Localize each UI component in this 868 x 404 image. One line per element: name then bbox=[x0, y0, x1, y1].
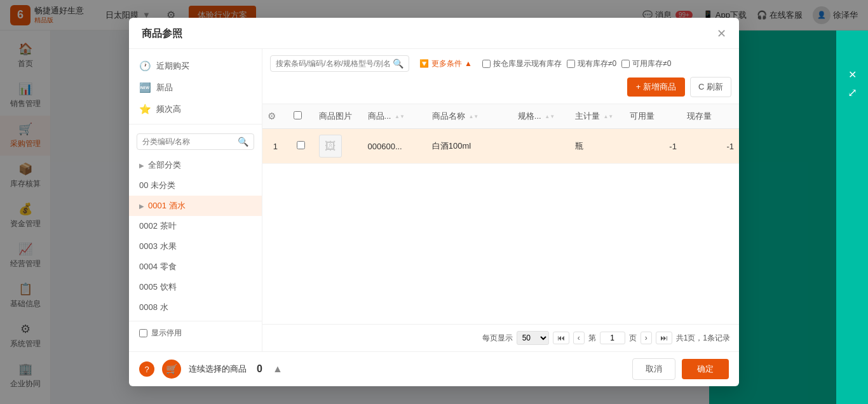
modal-close-btn[interactable]: ✕ bbox=[717, 27, 726, 41]
table-body: 1 🖼 000600... 白酒100ml bbox=[262, 129, 739, 164]
page-label: 第 bbox=[588, 333, 596, 344]
left-nav-frequent[interactable]: ⭐ 频次高 bbox=[129, 98, 262, 120]
category-0008-label: 0008 水 bbox=[139, 302, 168, 313]
row-spec bbox=[513, 129, 570, 164]
col-avail-header: 可用量 bbox=[625, 104, 682, 129]
recent-icon: 🕐 bbox=[139, 60, 151, 72]
per-page-select[interactable]: 50 10 20 100 bbox=[517, 331, 549, 345]
col-stock-label: 现存量 bbox=[687, 111, 712, 121]
category-search-box[interactable]: 🔍 bbox=[137, 133, 254, 150]
filter-stock-nonzero[interactable]: 现有库存≠0 bbox=[567, 58, 616, 69]
row-name: 白酒100ml bbox=[427, 129, 513, 164]
category-0001-label: 0001 酒水 bbox=[148, 200, 186, 212]
modal-left-panel: 🕐 近期购买 🆕 新品 ⭐ 频次高 🔍 bbox=[129, 49, 262, 351]
col-code-header[interactable]: 商品... ▲▼ bbox=[363, 104, 427, 129]
help-btn[interactable]: ? bbox=[139, 361, 154, 377]
prev-page-btn[interactable]: ‹ bbox=[573, 332, 585, 344]
page-input[interactable] bbox=[600, 332, 625, 344]
category-all-label: 全部分类 bbox=[148, 159, 181, 171]
name-sort-icon: ▲▼ bbox=[468, 114, 478, 119]
col-img-label: 商品图片 bbox=[319, 111, 352, 121]
close-right-panel-icon[interactable]: ✕ bbox=[848, 69, 857, 81]
category-item-0005[interactable]: 0005 饮料 bbox=[129, 277, 262, 297]
category-00-label: 00 未分类 bbox=[139, 180, 175, 191]
product-search-input[interactable] bbox=[276, 59, 390, 68]
category-item-all[interactable]: ▶ 全部分类 bbox=[129, 155, 262, 175]
total-records-label: 共1页，1条记录 bbox=[676, 333, 730, 344]
col-num-header: ⚙ bbox=[262, 104, 288, 129]
row-checkbox-cell[interactable] bbox=[288, 129, 315, 164]
new-label: 新品 bbox=[156, 82, 173, 93]
all-category-arrow-icon: ▶ bbox=[139, 162, 144, 169]
toolbar-right: + 新增商品 C 刷新 bbox=[627, 77, 731, 97]
col-name-label: 商品名称 bbox=[432, 111, 465, 121]
selected-count: 0 bbox=[257, 363, 262, 375]
row-checkbox[interactable] bbox=[297, 141, 305, 149]
continuous-label: 连续选择的商品 bbox=[189, 363, 247, 375]
category-0003-label: 0003 水果 bbox=[139, 241, 177, 252]
cart-icon: 🛒 bbox=[162, 360, 181, 379]
cancel-btn[interactable]: 取消 bbox=[632, 358, 675, 380]
select-all-checkbox[interactable] bbox=[294, 111, 302, 119]
filter-avail-nonzero[interactable]: 可用库存≠0 bbox=[621, 58, 671, 69]
expand-icon[interactable]: ▲ bbox=[273, 363, 283, 375]
filter-more-btn[interactable]: 🔽 更多条件 ▲ bbox=[414, 56, 477, 72]
col-checkbox-header[interactable] bbox=[288, 104, 315, 129]
row-code: 000600... bbox=[363, 129, 427, 164]
footer-buttons: 取消 确定 bbox=[632, 358, 729, 380]
category-item-0003[interactable]: 0003 水果 bbox=[129, 236, 262, 257]
row-unit: 瓶 bbox=[570, 129, 625, 164]
expand-right-panel-icon[interactable]: ⤢ bbox=[848, 86, 857, 100]
category-item-00[interactable]: 00 未分类 bbox=[129, 175, 262, 196]
product-image: 🖼 bbox=[319, 135, 342, 158]
show-disabled-checkbox[interactable] bbox=[139, 329, 147, 337]
code-sort-icon: ▲▼ bbox=[395, 114, 405, 119]
category-item-0002[interactable]: 0002 茶叶 bbox=[129, 216, 262, 236]
cat0001-arrow-icon: ▶ bbox=[139, 203, 144, 210]
stock-nonzero-label: 现有库存≠0 bbox=[578, 58, 616, 69]
table-row[interactable]: 1 🖼 000600... 白酒100ml bbox=[262, 129, 739, 164]
filter-arrow-icon: ▲ bbox=[465, 59, 472, 68]
confirm-btn[interactable]: 确定 bbox=[682, 359, 729, 379]
category-list: ▶ 全部分类 00 未分类 ▶ 0001 酒水 0002 茶叶 0003 水果 bbox=[129, 155, 262, 321]
category-search-input[interactable] bbox=[142, 137, 235, 146]
left-nav-recent[interactable]: 🕐 近期购买 bbox=[129, 55, 262, 77]
first-page-btn[interactable]: ⏮ bbox=[553, 332, 569, 344]
frequent-icon: ⭐ bbox=[139, 104, 151, 115]
col-unit-header[interactable]: 主计量 ▲▼ bbox=[570, 104, 625, 129]
col-img-header: 商品图片 bbox=[314, 104, 363, 129]
col-stock-header: 现存量 bbox=[682, 104, 739, 129]
stock-nonzero-checkbox[interactable] bbox=[567, 60, 575, 68]
product-search-icon[interactable]: 🔍 bbox=[393, 58, 403, 69]
add-product-btn[interactable]: + 新增商品 bbox=[627, 77, 685, 97]
spec-sort-icon: ▲▼ bbox=[545, 114, 555, 119]
col-unit-label: 主计量 bbox=[575, 111, 600, 121]
col-spec-header[interactable]: 规格... ▲▼ bbox=[513, 104, 570, 129]
warehouse-checkbox[interactable] bbox=[482, 60, 491, 68]
img-placeholder-icon: 🖼 bbox=[325, 140, 336, 153]
category-search-icon[interactable]: 🔍 bbox=[238, 137, 248, 147]
per-page-label: 每页显示 bbox=[482, 333, 513, 344]
product-search-box[interactable]: 🔍 bbox=[270, 55, 409, 72]
category-item-0004[interactable]: 0004 零食 bbox=[129, 257, 262, 277]
col-name-header[interactable]: 商品名称 ▲▼ bbox=[427, 104, 513, 129]
row-num: 1 bbox=[262, 129, 288, 164]
left-nav-new[interactable]: 🆕 新品 bbox=[129, 77, 262, 98]
category-0004-label: 0004 零食 bbox=[139, 261, 177, 273]
avail-nonzero-checkbox[interactable] bbox=[621, 60, 630, 68]
category-item-0001[interactable]: ▶ 0001 酒水 bbox=[129, 196, 262, 216]
pagination-bar: 每页显示 50 10 20 100 ⏮ ‹ 第 页 › ⏭ 共1页，1条记录 bbox=[262, 324, 739, 351]
last-page-btn[interactable]: ⏭ bbox=[656, 332, 672, 344]
modal-toolbar: 🔍 🔽 更多条件 ▲ 按仓库显示现有库存 现有库存≠0 bbox=[262, 49, 739, 104]
modal-overlay: 商品参照 ✕ 🕐 近期购买 🆕 新品 ⭐ 频次高 bbox=[0, 0, 868, 404]
col-spec-label: 规格... bbox=[518, 111, 541, 121]
filter-by-warehouse[interactable]: 按仓库显示现有库存 bbox=[482, 58, 562, 69]
category-item-0008[interactable]: 0008 水 bbox=[129, 297, 262, 318]
table-settings-icon[interactable]: ⚙ bbox=[268, 111, 276, 121]
next-page-btn[interactable]: › bbox=[641, 332, 652, 344]
recent-label: 近期购买 bbox=[156, 60, 189, 72]
modal-title: 商品参照 bbox=[142, 27, 182, 41]
modal-header: 商品参照 ✕ bbox=[129, 18, 739, 49]
avail-nonzero-label: 可用库存≠0 bbox=[632, 58, 671, 69]
refresh-btn[interactable]: C 刷新 bbox=[690, 77, 731, 97]
